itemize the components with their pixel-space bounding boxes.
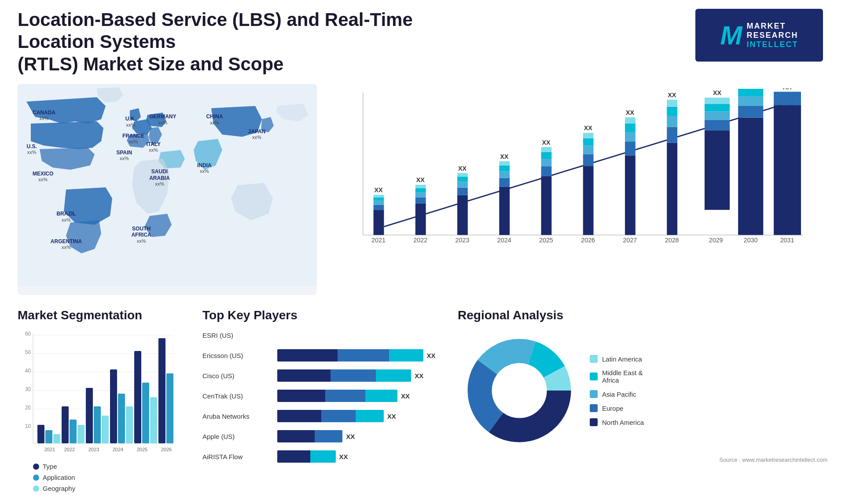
map-label-us: U.S.xx% [26,143,37,156]
legend-color-latin-america [590,355,598,363]
map-label-germany: GERMANYxx% [149,113,176,126]
svg-rect-50 [625,124,636,132]
svg-text:XX: XX [584,124,593,131]
logo-m-icon: M [720,20,742,51]
key-players-title: Top Key Players [202,308,449,322]
map-label-south-africa: SOUTHAFRICAxx% [131,226,151,244]
svg-text:XX: XX [416,177,425,184]
content-top: CANADAxx% U.S.xx% MEXICOxx% BRAZILxx% AR… [18,84,827,295]
svg-rect-97 [62,406,69,443]
svg-text:XX: XX [500,153,509,160]
svg-rect-57 [667,107,677,116]
svg-text:2027: 2027 [623,237,637,244]
svg-rect-30 [499,161,510,166]
svg-rect-42 [583,146,594,154]
bar-seg2-ericsson [338,349,389,362]
svg-rect-12 [415,204,426,235]
bar-seg1-ericsson [277,349,338,362]
map-label-uk: U.K.xx% [125,116,136,128]
donut-chart-svg [458,329,581,452]
svg-rect-8 [374,197,384,201]
svg-text:2024: 2024 [497,237,511,244]
legend-dot-geography [33,486,39,492]
map-label-canada: CANADAxx% [33,110,55,122]
svg-rect-93 [37,425,44,443]
legend-dot-application [33,475,39,481]
svg-rect-48 [625,142,636,155]
svg-text:30: 30 [25,386,31,392]
donut-container: Latin America Middle East &Africa Asia P… [458,329,827,452]
player-name-ericsson: Ericsson (US) [202,352,273,359]
player-bar-airista: XX [277,450,449,463]
title-line1: Location-Based Service (LBS) and Real-Ti… [18,9,413,52]
player-xx-aruba: XX [387,413,396,420]
svg-text:2025: 2025 [137,447,147,452]
svg-rect-28 [499,172,510,178]
legend-label-europe: Europe [602,405,623,412]
legend-item-geography: Geography [33,485,194,492]
svg-text:2023: 2023 [456,237,470,244]
page-container: Location-Based Service (LBS) and Real-Ti… [0,0,845,504]
svg-rect-95 [53,434,60,443]
svg-rect-103 [102,416,109,443]
svg-rect-23 [457,173,468,177]
svg-rect-114 [166,373,173,443]
player-bar-inner-cisco [277,369,411,382]
regional-title: Regional Analysis [458,308,827,322]
svg-rect-37 [541,147,552,152]
svg-rect-106 [118,394,125,443]
svg-rect-71 [738,96,763,106]
svg-text:XX: XX [626,109,635,116]
legend-item-asia-pacific: Asia Pacific [590,390,644,398]
svg-rect-26 [499,187,510,235]
player-row-cisco: Cisco (US) XX [202,369,449,382]
player-name-aruba: Aruba Networks [202,413,273,420]
svg-text:XX: XX [458,165,467,172]
player-row-airista: AiRISTA Flow XX [202,450,449,463]
player-xx-apple: XX [346,433,355,440]
legend-label-application: Application [43,474,75,481]
map-label-france: FRANCExx% [122,133,144,145]
logo-box: M MARKET RESEARCH INTELLECT [695,9,823,62]
player-bar-inner-ericsson [277,349,423,362]
svg-text:10: 10 [25,423,31,429]
svg-rect-110 [142,383,149,443]
svg-rect-49 [625,132,636,142]
bar-seg3-ericsson [389,349,423,362]
legend-item-europe: Europe [590,404,644,412]
svg-rect-113 [158,338,165,443]
svg-point-121 [492,363,547,418]
svg-text:2021: 2021 [44,447,55,452]
player-name-esri: ESRI (US) [202,332,273,339]
legend-item-latin-america: Latin America [590,355,644,363]
player-name-centrak: CenTrak (US) [202,392,273,400]
svg-text:2022: 2022 [64,447,75,452]
growth-bar-chart: XX 2021 XX 2022 XX [339,88,823,264]
legend-item-type: Type [33,463,194,470]
svg-rect-101 [86,388,93,443]
svg-rect-105 [110,369,117,443]
svg-rect-102 [94,406,101,443]
bar-seg2-aruba [321,410,356,422]
svg-rect-14 [415,192,426,197]
svg-text:XX: XX [713,89,722,96]
svg-rect-63 [705,130,730,210]
svg-text:2023: 2023 [88,447,99,452]
player-name-apple: Apple (US) [202,433,273,440]
bar-seg2-apple [315,430,343,442]
bar-seg1-aruba [277,410,321,422]
map-label-saudi: SAUDIARABIAxx% [149,168,170,187]
svg-rect-76 [774,92,801,105]
svg-rect-15 [415,188,426,193]
svg-rect-58 [667,100,677,107]
svg-rect-40 [583,166,594,235]
bar-seg1-airista [277,450,310,463]
svg-rect-47 [625,156,636,235]
legend-label-middle-east: Middle East &Africa [602,369,643,384]
legend-color-europe [590,404,598,412]
svg-rect-22 [457,177,468,182]
player-xx-centrak: XX [401,392,410,400]
logo-line1: MARKET [746,22,798,31]
svg-rect-16 [415,185,426,188]
players-list: ESRI (US) Ericsson (US) XX [202,329,449,463]
